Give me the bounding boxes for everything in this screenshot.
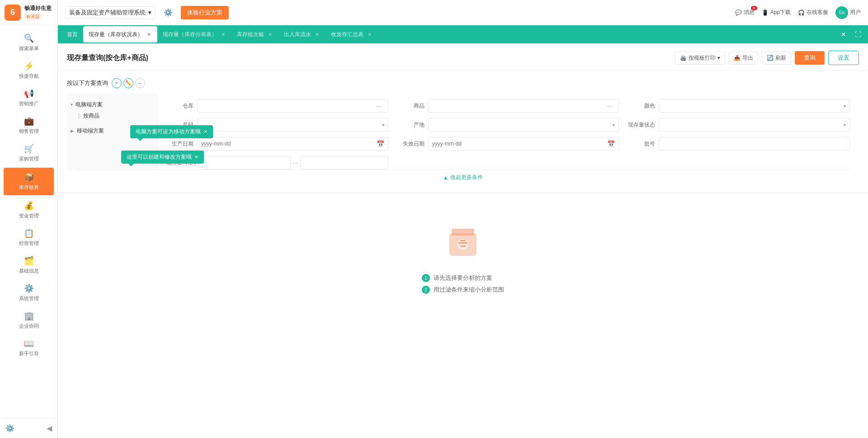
tab-close-inventory-status[interactable]: ✕ [146, 31, 152, 38]
origin-field: 产地 ▾ [397, 118, 619, 132]
scheme-pc-header[interactable]: ▾ 电脑端方案 [67, 99, 157, 110]
edit-scheme-button[interactable]: ✏️ [123, 78, 133, 88]
sidebar-item-quick[interactable]: ⚡ 快捷导航 [0, 57, 57, 84]
sidebar-item-system[interactable]: ⚙️ 系统管理 [0, 279, 57, 306]
goods-dots[interactable]: ··· [604, 100, 615, 111]
tabs-right: ✕ ⛶ [837, 28, 864, 41]
calendar-icon: 📅 [377, 140, 384, 147]
svg-rect-1 [452, 229, 474, 235]
indent-icon: │ [78, 113, 80, 118]
avatar: Ea [835, 6, 848, 19]
sidebar-item-inventory[interactable]: 📦 库存核算 [4, 168, 54, 195]
notification-button[interactable]: 💬 消息 6 [735, 9, 755, 16]
sidebar-item-purchase[interactable]: 🛒 采购管理 [0, 139, 57, 167]
batch-input[interactable] [659, 137, 850, 151]
origin-select[interactable]: ▾ [428, 118, 619, 132]
tab-batch-ledger[interactable]: 库存批次账 ✕ [231, 26, 278, 42]
sidebar-footer: ⚙️ ◀ [0, 418, 57, 438]
chevron-down-icon: ▾ [613, 122, 615, 127]
inventory-status-select[interactable]: ▾ [659, 118, 850, 132]
chevron-down-icon: ▾ [844, 104, 846, 108]
collapse-sidebar-icon[interactable]: ◀ [47, 424, 52, 433]
quantity-max[interactable] [300, 156, 388, 170]
color-select[interactable]: ▾ [659, 99, 850, 113]
sidebar-item-search[interactable]: 🔍 搜索菜单 [0, 29, 57, 57]
sidebar-item-sales[interactable]: 💼 销售管理 [0, 112, 57, 139]
refresh-button[interactable]: 🔄 刷新 [762, 52, 791, 65]
print-button[interactable]: 🖨️ 按模板打印 ▾ [675, 52, 725, 65]
tab-close-receive-send[interactable]: ✕ [366, 31, 373, 38]
form-panel: 仓库 ··· 商品 ··· [157, 94, 859, 170]
sidebar-item-guide[interactable]: 📖 新手引导 [0, 334, 57, 362]
warehouse-select[interactable]: ··· [197, 99, 388, 113]
filter-label-row: 按以下方案查询 + ✏️ ← 电脑方案可设为移动方案哦 ✕ 这里可以创建和修改方… [67, 78, 859, 88]
sidebar: 6 畅通好生意 标准版 🔍 搜索菜单 ⚡ 快捷导航 📢 营销推广 💼 销售管理 … [0, 0, 58, 438]
svg-rect-4 [460, 240, 466, 241]
header-left: 装备及固定资产辅助管理系统 ▾ ⚙️ 体验行业方案 [65, 5, 229, 20]
tab-in-out-flow[interactable]: 出入库流水 ✕ [278, 26, 326, 42]
main-content: 现存量查询(按仓库+商品) 🖨️ 按模板打印 ▾ 📤 导出 🔄 刷新 查询 设置 [58, 43, 868, 438]
add-tooltip: 电脑方案可设为移动方案哦 ✕ [130, 125, 213, 138]
user-menu[interactable]: Ea 用户 [835, 6, 861, 19]
quantity-range: — [203, 156, 388, 170]
inventory-status-field: 现存量状态 ▾ [628, 118, 850, 132]
collapse-button[interactable]: ▲ 收起更多条件 [76, 170, 850, 185]
tab-close-batch-ledger[interactable]: ✕ [267, 31, 273, 38]
color-field: 颜色 ▾ [628, 99, 850, 113]
expiry-date-text[interactable] [432, 141, 606, 147]
sidebar-item-enterprise[interactable]: 🏢 企业协同 [0, 306, 57, 334]
reset-button[interactable]: 设置 [828, 51, 859, 65]
warehouse-dots[interactable]: ··· [373, 100, 384, 111]
purchase-icon: 🛒 [24, 144, 34, 154]
tab-receive-send[interactable]: 收发存汇总表 ✕ [326, 26, 378, 42]
fullscreen-button[interactable]: ⛶ [852, 28, 864, 41]
quantity-min[interactable] [203, 156, 291, 170]
production-date-text[interactable] [201, 141, 375, 147]
search-button[interactable]: 查询 [795, 51, 825, 65]
chevron-down-icon: ▾ [844, 122, 846, 127]
tab-close-in-out-flow[interactable]: ✕ [314, 31, 320, 38]
expiry-date-field: 失效日期 📅 [397, 137, 619, 151]
trial-button[interactable]: 体验行业方案 [181, 6, 229, 19]
page-header: 现存量查询(按仓库+商品) 🖨️ 按模板打印 ▾ 📤 导出 🔄 刷新 查询 设置 [58, 43, 868, 71]
expiry-date-input[interactable]: 📅 [428, 137, 619, 151]
export-button[interactable]: 📤 导出 [729, 52, 758, 65]
export-icon: 📤 [734, 55, 741, 61]
sidebar-item-marketing[interactable]: 📢 营销推广 [0, 84, 57, 112]
back-scheme-button[interactable]: ← [135, 78, 145, 88]
size-select[interactable]: ▾ [197, 118, 388, 132]
goods-select[interactable]: ··· [428, 99, 619, 113]
header-right: 💬 消息 6 📱 App下载 🎧 在线客服 Ea 用户 [735, 6, 861, 19]
tab-inventory-status[interactable]: 现存量（库存状况表） ✕ [83, 26, 157, 42]
expiry-date-label: 失效日期 [397, 140, 425, 148]
color-label: 颜色 [628, 102, 655, 110]
sidebar-item-base[interactable]: 🗂️ 基础信息 [0, 251, 57, 279]
system-selector[interactable]: 装备及固定资产辅助管理系统 ▾ [65, 6, 156, 19]
sidebar-item-operations[interactable]: 📋 经营管理 [0, 224, 57, 251]
settings-icon[interactable]: ⚙️ [5, 424, 14, 433]
empty-step-2: 2 用过滤条件来缩小分析范围 [422, 286, 504, 294]
sidebar-item-finance[interactable]: 💰 资金管理 [0, 196, 57, 224]
gear-button[interactable]: ⚙️ [161, 5, 175, 20]
add-scheme-button[interactable]: + [112, 78, 122, 88]
print-icon: 🖨️ [680, 55, 687, 61]
empty-illustration [440, 220, 486, 265]
tooltip-close-edit[interactable]: ✕ [194, 154, 198, 160]
scheme-pc-goods[interactable]: │ 按商品 [67, 110, 157, 122]
empty-state: 1 请先选择要分析的方案 2 用过滤条件来缩小分析范围 [58, 193, 868, 321]
production-date-input[interactable]: 📅 [197, 137, 388, 151]
arrow-icon: ▾ [71, 102, 73, 107]
tooltip-close-add[interactable]: ✕ [203, 129, 208, 135]
chevron-down-icon: ▾ [148, 9, 151, 16]
close-all-tabs-button[interactable]: ✕ [837, 28, 850, 41]
tab-inventory-dist[interactable]: 现存量（库存分布表） ✕ [157, 26, 231, 42]
guide-icon: 📖 [24, 339, 34, 349]
marketing-icon: 📢 [24, 89, 34, 99]
page-title: 现存量查询(按仓库+商品) [67, 53, 148, 63]
online-support-button[interactable]: 🎧 在线客服 [798, 9, 828, 16]
tab-close-inventory-dist[interactable]: ✕ [220, 31, 226, 38]
inventory-status-label: 现存量状态 [628, 121, 655, 129]
batch-field: 批号 [628, 137, 850, 151]
tab-home[interactable]: 首页 [61, 28, 83, 41]
app-download-button[interactable]: 📱 App下载 [762, 9, 791, 16]
